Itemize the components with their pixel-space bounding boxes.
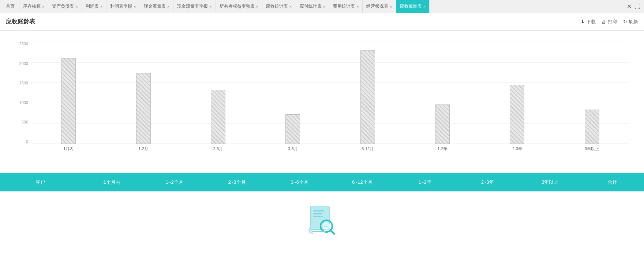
bar-group-2-3年 <box>480 42 554 144</box>
download-button[interactable]: ⬇ 下载 <box>581 19 596 25</box>
y-axis-label: 500 <box>22 120 28 124</box>
download-icon: ⬇ <box>581 19 585 24</box>
tab-home[interactable]: 首页 <box>1 0 19 13</box>
tab-expense-stat[interactable]: 费用统计表× <box>329 0 363 13</box>
bar-1月内 <box>61 58 76 144</box>
bar-3年以上 <box>585 110 599 144</box>
table-header-year3plus: 3年以上 <box>519 179 581 186</box>
page-title: 应收账龄表 <box>6 18 35 26</box>
tab-close-equity[interactable]: × <box>256 4 258 9</box>
x-axis-label: 1-2年 <box>405 146 480 152</box>
tab-bar: 首页 库存核算×资产负债表×利润表×利润表季报×现金流量表×现金流量表季报×所有… <box>0 0 644 13</box>
main-content: 25002000150010005000 1月内1-2月2-3月3-6月6-12… <box>0 31 644 263</box>
tab-ar-aging[interactable]: 应收账龄表× <box>396 0 430 13</box>
tab-close-inventory[interactable]: × <box>42 4 44 9</box>
close-window-button[interactable]: ✕ <box>627 3 632 10</box>
tab-close-expense-stat[interactable]: × <box>356 4 359 9</box>
tab-label-cashflow: 现金流量表 <box>144 3 166 9</box>
bar-group-6-12月 <box>330 42 405 144</box>
table-header: 客户1个月内1~2个月2~3个月3~6个月6~12个月1~2年2~3年3年以上合… <box>0 173 644 191</box>
tab-ar-stat[interactable]: 应收统计表× <box>262 0 296 13</box>
tab-inventory[interactable]: 库存核算× <box>19 0 48 13</box>
tab-close-cashflow-quarter[interactable]: × <box>209 4 211 9</box>
tab-label-equity: 所有者权益变动表 <box>220 3 255 9</box>
empty-icon <box>304 202 340 239</box>
table-header-customer: 客户 <box>0 179 80 186</box>
bar-group-1月内 <box>31 42 106 144</box>
tab-close-income-quarter[interactable]: × <box>134 4 136 9</box>
refresh-icon: ↻ <box>623 19 627 24</box>
svg-rect-1 <box>313 210 324 211</box>
bar-1-2年 <box>435 104 450 144</box>
bar-1-2月 <box>136 73 151 144</box>
download-label: 下载 <box>586 19 596 25</box>
tab-business[interactable]: 经营状况表× <box>363 0 396 13</box>
bars-row <box>31 42 629 144</box>
x-axis-label: 2-3月 <box>181 146 255 152</box>
bar-3-6月 <box>285 114 300 144</box>
svg-line-6 <box>330 230 334 234</box>
print-label: 打印 <box>608 19 617 25</box>
x-axis-label: 1月内 <box>31 146 106 152</box>
x-labels: 1月内1-2月2-3月3-6月6-12月1-2年2-3年3年以上 <box>31 146 629 152</box>
tab-close-business[interactable]: × <box>390 4 392 9</box>
bar-group-1-2月 <box>106 42 180 144</box>
tab-ap-stat[interactable]: 应付统计表× <box>296 0 329 13</box>
bar-6-12月 <box>360 50 375 144</box>
empty-illustration <box>304 202 340 239</box>
tab-label-business: 经营状况表 <box>366 3 388 9</box>
x-axis-label: 2-3年 <box>480 146 554 152</box>
tab-close-balance-sheet[interactable]: × <box>75 4 78 9</box>
tab-income[interactable]: 利润表× <box>82 0 106 13</box>
maximize-window-button[interactable]: ⛶ <box>634 3 640 10</box>
page-header: 应收账龄表 ⬇ 下载 🖨 打印 ↻ 刷新 <box>0 13 644 31</box>
table-header-year1to2: 1~2年 <box>394 179 456 186</box>
print-button[interactable]: 🖨 打印 <box>602 19 617 25</box>
tab-label-income: 利润表 <box>86 3 99 9</box>
table-header-month1: 1个月内 <box>80 179 143 186</box>
bar-2-3月 <box>211 90 225 144</box>
x-axis-label: 3-6月 <box>255 146 330 152</box>
bar-group-3年以上 <box>555 42 629 144</box>
tab-close-ap-stat[interactable]: × <box>323 4 325 9</box>
refresh-button[interactable]: ↻ 刷新 <box>623 19 638 25</box>
table-header-month3to6: 3~6个月 <box>268 179 331 186</box>
table-header-month2to3: 2~3个月 <box>206 179 268 186</box>
print-icon: 🖨 <box>602 19 606 24</box>
tab-cashflow[interactable]: 现金流量表× <box>140 0 173 13</box>
tab-cashflow-quarter[interactable]: 现金流量表季报× <box>173 0 216 13</box>
tab-label-ap-stat: 应付统计表 <box>300 3 322 9</box>
bar-group-1-2年 <box>405 42 480 144</box>
chart-area: 25002000150010005000 1月内1-2月2-3月3-6月6-12… <box>0 31 644 173</box>
tab-close-ar-aging[interactable]: × <box>423 4 426 9</box>
tab-label-expense-stat: 费用统计表 <box>333 3 355 9</box>
svg-point-5 <box>323 222 330 230</box>
table-header-total: 合计 <box>581 179 644 186</box>
tab-close-cashflow[interactable]: × <box>167 4 169 9</box>
tab-equity[interactable]: 所有者权益变动表× <box>216 0 262 13</box>
y-axis-label: 2500 <box>19 42 28 46</box>
tab-balance-sheet[interactable]: 资产负债表× <box>48 0 82 13</box>
bar-group-3-6月 <box>255 42 330 144</box>
y-axis-label: 1000 <box>19 100 28 105</box>
table-header-month1to2: 1~2个月 <box>143 179 206 186</box>
bar-2-3年 <box>510 85 524 144</box>
svg-rect-2 <box>313 213 322 214</box>
header-actions: ⬇ 下载 🖨 打印 ↻ 刷新 <box>581 19 638 25</box>
tab-label-ar-aging: 应收账龄表 <box>400 3 422 9</box>
refresh-label: 刷新 <box>629 19 638 25</box>
tab-income-quarter[interactable]: 利润表季报× <box>106 0 140 13</box>
tab-close-income[interactable]: × <box>100 4 102 9</box>
tab-label-ar-stat: 应收统计表 <box>266 3 288 9</box>
tab-home-label: 首页 <box>6 3 15 9</box>
y-axis-label: 0 <box>26 140 28 144</box>
x-axis-label: 1-2月 <box>106 146 180 152</box>
window-controls: ✕ ⛶ <box>627 3 643 10</box>
tab-close-ar-stat[interactable]: × <box>289 4 292 9</box>
table-header-year2to3: 2~3年 <box>456 179 519 186</box>
tab-label-balance-sheet: 资产负债表 <box>52 3 74 9</box>
empty-area <box>0 191 644 263</box>
y-axis-label: 1500 <box>19 81 28 85</box>
x-axis-label: 6-12月 <box>330 146 405 152</box>
tab-label-income-quarter: 利润表季报 <box>110 3 132 9</box>
